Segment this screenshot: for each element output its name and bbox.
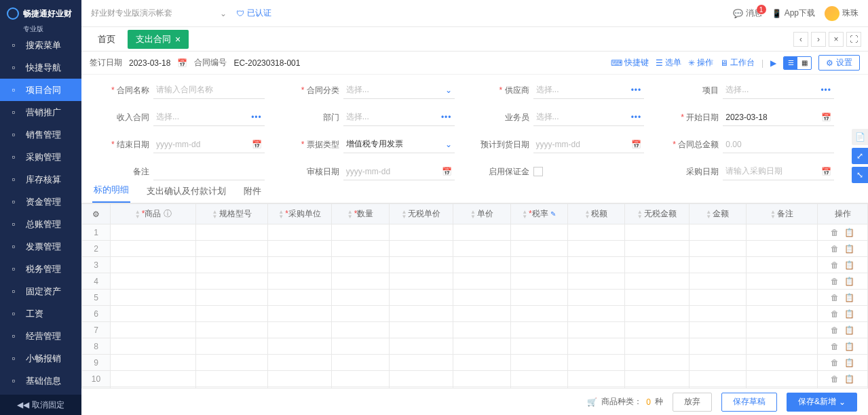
view-grid-icon[interactable]: ▦	[797, 57, 811, 69]
cell[interactable]	[510, 322, 567, 338]
cell[interactable]	[196, 273, 267, 290]
sidebar-item-6[interactable]: ▫库存核算	[0, 168, 81, 191]
cell[interactable]	[332, 306, 389, 322]
cell[interactable]	[510, 338, 567, 355]
sidebar-item-15[interactable]: ▫基础信息	[0, 370, 81, 392]
audit-date-input[interactable]: yyyy-mm-dd📅	[343, 163, 455, 180]
delete-icon[interactable]: 🗑	[831, 228, 839, 237]
cell[interactable]	[689, 338, 746, 355]
user-menu[interactable]: 珠珠	[825, 6, 858, 21]
dept-picker[interactable]: 选择...•••	[343, 108, 455, 126]
cell[interactable]	[332, 257, 389, 273]
contract-category-select[interactable]: 选择...⌄	[343, 81, 455, 99]
col-3[interactable]: ▲▼*采购单位	[267, 204, 332, 224]
cell[interactable]	[453, 241, 510, 257]
purchase-date-input[interactable]: 请输入采购日期📅	[723, 163, 834, 180]
deposit-checkbox[interactable]	[533, 167, 543, 176]
cell[interactable]	[567, 306, 624, 322]
delete-icon[interactable]: 🗑	[831, 325, 839, 335]
cell[interactable]	[567, 257, 624, 273]
col-6[interactable]: ▲▼单价	[453, 204, 510, 224]
cell[interactable]	[510, 273, 567, 290]
cell[interactable]	[746, 241, 817, 257]
cell[interactable]	[111, 273, 196, 290]
cell[interactable]	[746, 290, 817, 306]
bench-button[interactable]: 🖥工作台	[720, 57, 755, 68]
cell[interactable]	[510, 224, 567, 241]
contract-name-input[interactable]: 请输入合同名称	[153, 81, 265, 99]
copy-icon[interactable]: 📋	[844, 374, 854, 384]
table-row[interactable]: 4🗑📋	[82, 273, 868, 290]
supplier-picker[interactable]: 选择...•••	[533, 81, 645, 99]
cell[interactable]	[111, 371, 196, 387]
ops-button[interactable]: ✳操作	[688, 57, 713, 68]
cell[interactable]	[453, 338, 510, 355]
cell[interactable]	[111, 290, 196, 306]
cell[interactable]	[267, 322, 332, 338]
col-7[interactable]: ▲▼*税率 ✎	[510, 204, 567, 224]
cell[interactable]	[453, 273, 510, 290]
save-new-button[interactable]: 保存&新增⌄	[787, 393, 857, 412]
cell[interactable]	[689, 224, 746, 241]
sidebar-item-4[interactable]: ▫销售管理	[0, 123, 81, 146]
eta-input[interactable]: yyyy-mm-dd📅	[533, 136, 645, 153]
cell[interactable]	[111, 257, 196, 273]
cell[interactable]	[567, 273, 624, 290]
col-11[interactable]: ▲▼备注	[746, 204, 817, 224]
cell[interactable]	[196, 355, 267, 371]
col-10[interactable]: ▲▼金额	[689, 204, 746, 224]
cell[interactable]	[111, 355, 196, 371]
copy-icon[interactable]: 📋	[844, 309, 854, 319]
col-12[interactable]: 操作	[818, 204, 868, 224]
float-expand-button[interactable]: ⤢	[852, 148, 868, 164]
cell[interactable]	[389, 371, 453, 387]
cell[interactable]	[746, 322, 817, 338]
cell[interactable]	[111, 224, 196, 241]
cell[interactable]	[567, 322, 624, 338]
cell[interactable]	[196, 338, 267, 355]
calendar-icon[interactable]: 📅	[177, 58, 187, 68]
cell[interactable]	[332, 290, 389, 306]
remark-input[interactable]	[153, 163, 265, 180]
col-4[interactable]: ▲▼*数量	[332, 204, 389, 224]
delete-icon[interactable]: 🗑	[831, 342, 839, 351]
table-row[interactable]: 7🗑📋	[82, 322, 868, 338]
cell[interactable]	[453, 355, 510, 371]
cell[interactable]	[746, 224, 817, 241]
cell[interactable]	[567, 355, 624, 371]
collapse-button[interactable]: ▶	[770, 58, 776, 68]
cell[interactable]	[267, 355, 332, 371]
cell[interactable]	[196, 224, 267, 241]
cell[interactable]	[689, 355, 746, 371]
cell[interactable]	[453, 306, 510, 322]
cell[interactable]	[389, 241, 453, 257]
cell[interactable]	[689, 257, 746, 273]
tab-home[interactable]: 首页	[90, 30, 124, 49]
cell[interactable]	[510, 371, 567, 387]
copy-icon[interactable]: 📋	[844, 358, 854, 368]
cell[interactable]	[453, 290, 510, 306]
sidebar-item-14[interactable]: ▫小畅报销	[0, 347, 81, 370]
cell[interactable]	[567, 224, 624, 241]
cell[interactable]	[510, 306, 567, 322]
cell[interactable]	[567, 241, 624, 257]
discard-button[interactable]: 放弃	[673, 393, 712, 412]
cell[interactable]	[267, 257, 332, 273]
subtab-items[interactable]: 标的明细	[92, 184, 130, 203]
cell[interactable]	[746, 257, 817, 273]
col-5[interactable]: ▲▼无税单价	[389, 204, 453, 224]
cell[interactable]	[624, 371, 689, 387]
tab-expense-contract[interactable]: 支出合同 ×	[128, 30, 189, 49]
cell[interactable]	[267, 306, 332, 322]
cell[interactable]	[332, 273, 389, 290]
cell[interactable]	[332, 241, 389, 257]
cell[interactable]	[332, 224, 389, 241]
total-input[interactable]: 0.00	[723, 136, 834, 153]
tab-next-button[interactable]: ›	[811, 32, 826, 47]
cell[interactable]	[746, 371, 817, 387]
cell[interactable]	[267, 338, 332, 355]
delete-icon[interactable]: 🗑	[831, 244, 839, 254]
cell[interactable]	[267, 371, 332, 387]
cell[interactable]	[332, 371, 389, 387]
sidebar-item-0[interactable]: ▫搜索菜单	[0, 34, 81, 56]
